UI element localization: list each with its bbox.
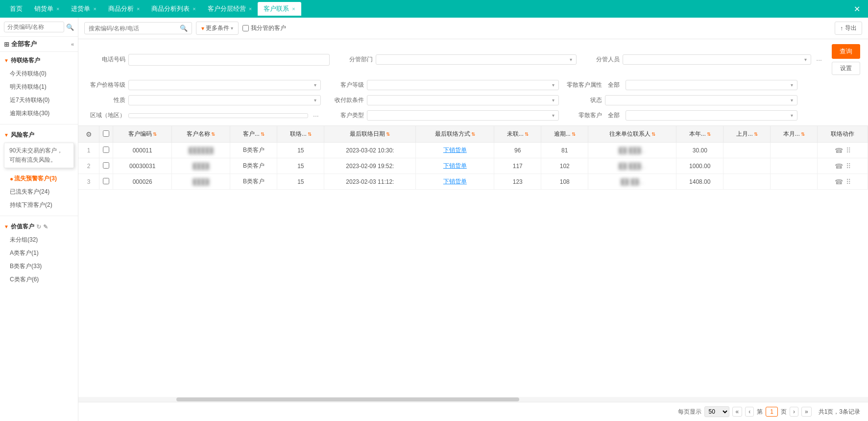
sort-icon-no-contact[interactable]: ⇅ — [525, 131, 529, 137]
sort-icon-last-method[interactable]: ⇅ — [471, 131, 475, 137]
th-last-method: 最后联络方式⇅ — [416, 126, 494, 143]
sort-icon-this-month[interactable]: ⇅ — [801, 131, 805, 137]
close-customer-tier-tab[interactable]: × — [249, 6, 252, 12]
sort-icon-contact-person[interactable]: ⇅ — [651, 131, 655, 137]
action-icon-more-3[interactable]: ⠿ — [846, 178, 851, 186]
tab-sales[interactable]: 销货单 × — [28, 2, 65, 16]
sidebar-item-classB[interactable]: B类客户(33) — [0, 260, 78, 273]
select-all-checkbox[interactable] — [103, 130, 109, 137]
action-icon-phone-2[interactable]: ☎ — [835, 162, 843, 170]
tab-home[interactable]: 首页 — [4, 2, 28, 16]
row-checkbox-1[interactable] — [103, 147, 109, 153]
close-customer-contact-tab[interactable]: × — [292, 6, 295, 12]
tab-customer-tier[interactable]: 客户分层经营 × — [202, 2, 258, 16]
cell-last-date-1: 2023-03-02 10:30: — [324, 143, 416, 158]
sidebar-search-area: 🔍 — [0, 18, 78, 37]
sidebar-item-overdue[interactable]: 逾期未联络(30) — [0, 107, 78, 120]
export-btn[interactable]: ↑ 导出 — [835, 22, 862, 35]
sidebar-all-customers[interactable]: ⊞ 全部客户 « — [0, 37, 78, 52]
filter-select-scatter-attr[interactable]: ▾ — [626, 80, 797, 90]
window-close-button[interactable]: ✕ — [850, 4, 864, 14]
close-sales-tab[interactable]: × — [56, 6, 59, 12]
th-settings[interactable]: ⚙ — [78, 126, 99, 143]
filter-label-price-level: 客户价格等级 — [86, 81, 125, 89]
more-icon-region[interactable]: ··· — [311, 112, 321, 120]
filter-label-manager: 分管人员 — [580, 55, 620, 64]
sort-icon-last-month[interactable]: ⇅ — [754, 131, 758, 137]
prev-page-btn[interactable]: ‹ — [745, 407, 754, 417]
cell-cb-2[interactable] — [99, 158, 113, 174]
sidebar-search-input[interactable] — [4, 22, 64, 32]
search-icon-orange[interactable]: 🔍 — [180, 25, 188, 32]
action-icon-phone-3[interactable]: ☎ — [835, 178, 843, 186]
sort-icon-this-year[interactable]: ⇅ — [707, 131, 711, 137]
filter-select-price-level[interactable]: ▾ — [128, 80, 321, 90]
my-customers-checkbox[interactable] — [242, 25, 249, 31]
tab-product-analysis-list[interactable]: 商品分析列表 × — [145, 2, 201, 16]
first-page-btn[interactable]: « — [732, 407, 743, 417]
refresh-icon[interactable]: ↻ — [36, 223, 41, 230]
filter-select-customer-level[interactable]: ▾ — [367, 80, 559, 90]
sort-icon-last-date[interactable]: ⇅ — [386, 131, 390, 137]
sidebar-search-icon[interactable]: 🔍 — [66, 24, 74, 31]
filter-select-dept[interactable]: ▾ — [376, 54, 577, 65]
sidebar-group-title-risk[interactable]: ▼ 风险客户 — [0, 128, 78, 142]
sidebar-item-classA[interactable]: A类客户(1) — [0, 247, 78, 260]
collapse-icon[interactable]: « — [71, 41, 74, 47]
filter-select-customer-type[interactable]: ▾ — [367, 110, 559, 121]
tab-customer-contact[interactable]: 客户联系 × — [258, 2, 301, 16]
edit-icon[interactable]: ✎ — [43, 223, 48, 230]
cell-cb-1[interactable] — [99, 143, 113, 158]
sidebar-item-classC[interactable]: C类客户(6) — [0, 273, 78, 286]
close-purchase-tab[interactable]: × — [93, 6, 96, 12]
filter-field-nature: 性质 ▾ — [86, 95, 321, 105]
filter-select-payment[interactable]: ▾ — [367, 95, 559, 105]
row-checkbox-2[interactable] — [103, 162, 109, 169]
close-product-analysis-list-tab[interactable]: × — [193, 6, 195, 12]
sort-icon-name[interactable]: ⇅ — [211, 131, 215, 137]
sidebar-item-tomorrow[interactable]: 明天待联络(1) — [0, 80, 78, 94]
horizontal-scrollbar[interactable] — [78, 397, 868, 402]
filter-label-payment: 收付款条件 — [325, 96, 364, 104]
current-page-number[interactable]: 1 — [766, 407, 778, 417]
more-conditions-btn[interactable]: ▾ 更多条件 ▾ — [196, 22, 239, 35]
sidebar-item-ungrouped[interactable]: 未分组(32) — [0, 233, 78, 247]
tab-purchase[interactable]: 进货单 × — [65, 2, 102, 16]
filter-select-status[interactable]: ▾ — [605, 95, 797, 105]
more-icon-manager[interactable]: ··· — [814, 56, 824, 64]
sort-icon-code[interactable]: ⇅ — [153, 131, 157, 137]
sort-icon-contact[interactable]: ⇅ — [308, 131, 312, 137]
scrollbar-thumb[interactable] — [176, 397, 519, 401]
sort-icon-overdue[interactable]: ⇅ — [572, 131, 576, 137]
sidebar-item-declining[interactable]: 持续下滑客户(2) — [0, 198, 78, 212]
next-page-btn[interactable]: › — [790, 407, 798, 417]
sidebar-item-churn-warning[interactable]: ● 流失预警客户(3) — [0, 172, 78, 185]
sidebar-group-title-pending[interactable]: ▼ 待联络客户 — [0, 54, 78, 67]
per-page-select[interactable]: 50 100 200 — [704, 406, 729, 417]
sidebar-item-churned[interactable]: 已流失客户(24) — [0, 185, 78, 198]
sort-icon-type[interactable]: ⇅ — [261, 131, 265, 137]
last-page-btn[interactable]: » — [801, 407, 812, 417]
sidebar-item-7days[interactable]: 近7天待联络(0) — [0, 94, 78, 107]
filter-select-region[interactable] — [128, 113, 308, 118]
query-btn[interactable]: 查询 — [832, 44, 860, 59]
close-product-analysis-tab[interactable]: × — [137, 6, 140, 12]
row-checkbox-3[interactable] — [103, 178, 109, 184]
filter-select-nature[interactable]: ▾ — [128, 95, 321, 105]
filter-select-scatter-customer[interactable]: ▾ — [626, 110, 797, 121]
search-input[interactable] — [89, 25, 178, 32]
filter-select-manager[interactable]: ▾ — [623, 54, 811, 65]
action-icon-more-1[interactable]: ⠿ — [846, 147, 851, 154]
sidebar-group-title-value[interactable]: ▼ 价值客户 ↻ ✎ — [0, 220, 78, 233]
my-customers-checkbox-label[interactable]: 我分管的客户 — [242, 24, 286, 32]
th-checkbox[interactable] — [99, 126, 113, 143]
tab-product-analysis[interactable]: 商品分析 × — [102, 2, 145, 16]
action-icon-phone-1[interactable]: ☎ — [835, 147, 843, 154]
action-icon-more-2[interactable]: ⠿ — [846, 162, 851, 170]
settings-icon[interactable]: ⚙ — [86, 130, 92, 138]
filter-input-phone[interactable] — [128, 54, 330, 66]
sidebar-item-today[interactable]: 今天待联络(0) — [0, 67, 78, 80]
settings-btn[interactable]: 设置 — [832, 62, 860, 75]
cell-cb-3[interactable] — [99, 174, 113, 190]
cell-contact-person-1: ██ ███... — [588, 143, 676, 158]
